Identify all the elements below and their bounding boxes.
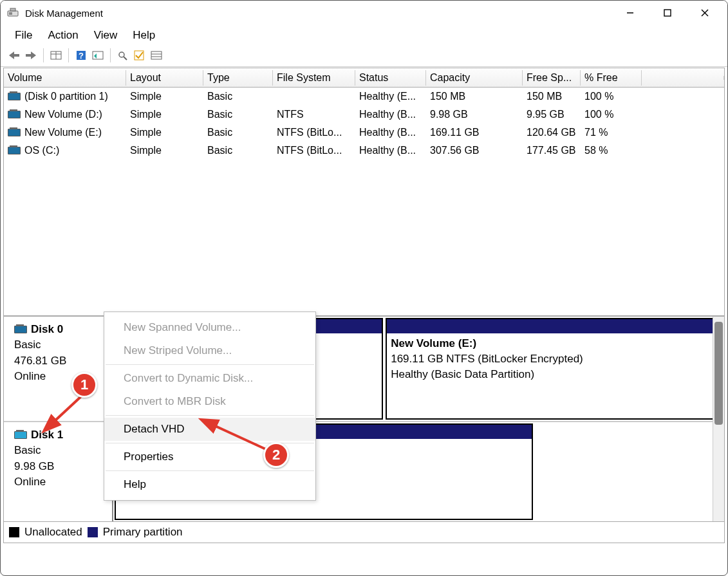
close-button[interactable] <box>686 1 723 25</box>
drive-icon <box>8 129 21 136</box>
menubar: File Action View Help <box>1 25 727 47</box>
disk1-type: Basic <box>14 443 107 459</box>
ctx-new-spanned: New Spanned Volume... <box>104 316 315 339</box>
drive-icon <box>8 111 21 118</box>
svg-line-19 <box>124 57 127 60</box>
legend: Unallocated Primary partition <box>3 522 725 543</box>
vol-layout: Simple <box>126 89 203 104</box>
vol-name: New Volume (E:) <box>24 127 102 138</box>
col-status[interactable]: Status <box>355 70 426 86</box>
scroll-thumb[interactable] <box>714 322 723 425</box>
col-capacity[interactable]: Capacity <box>426 70 523 86</box>
menu-file[interactable]: File <box>8 28 39 43</box>
vol-status: Healthy (B... <box>355 125 426 140</box>
legend-unallocated: Unallocated <box>24 526 82 539</box>
ctx-convert-dynamic: Convert to Dynamic Disk... <box>104 367 315 390</box>
volume-row[interactable]: OS (C:)SimpleBasicNTFS (BitLo...Healthy … <box>4 142 724 160</box>
col-filesystem[interactable]: File System <box>273 70 355 86</box>
disk0-part2-title: New Volume (E:) <box>391 336 718 351</box>
back-icon[interactable] <box>7 48 21 62</box>
disk0-header[interactable]: Disk 0 Basic 476.81 GB Online <box>4 317 113 421</box>
ctx-help[interactable]: Help <box>104 473 315 496</box>
table-icon[interactable] <box>49 48 63 62</box>
disk0-part2-health: Healthy (Basic Data Partition) <box>391 367 718 382</box>
vol-pct: 100 % <box>581 89 642 104</box>
check-icon[interactable] <box>133 48 147 62</box>
toolbar: ? <box>1 47 727 67</box>
disk1-size: 9.98 GB <box>14 459 107 475</box>
col-freespace[interactable]: Free Sp... <box>523 70 581 86</box>
vol-free: 120.64 GB <box>523 125 581 140</box>
disk1-header[interactable]: Disk 1 Basic 9.98 GB Online <box>4 422 113 521</box>
svg-marker-7 <box>9 51 14 59</box>
context-menu: New Spanned Volume... New Striped Volume… <box>104 311 316 501</box>
svg-rect-2 <box>10 8 15 11</box>
volume-table-header: Volume Layout Type File System Status Ca… <box>4 68 724 88</box>
window-title: Disk Management <box>25 8 103 19</box>
disk0-partition-2[interactable]: New Volume (E:) 169.11 GB NTFS (BitLocke… <box>386 318 723 420</box>
refresh-view-icon[interactable] <box>91 48 105 62</box>
disk0-type: Basic <box>14 337 107 353</box>
vol-name: OS (C:) <box>24 145 59 156</box>
list-icon[interactable] <box>149 48 163 62</box>
vol-capacity: 150 MB <box>426 89 523 104</box>
vol-status: Healthy (B... <box>355 144 426 158</box>
scan-icon[interactable] <box>116 48 130 62</box>
drive-icon <box>8 93 21 100</box>
vol-free: 9.95 GB <box>523 107 581 122</box>
vol-pct: 71 % <box>581 125 642 140</box>
vol-free: 150 MB <box>523 89 581 104</box>
svg-rect-10 <box>26 54 32 57</box>
vol-name: (Disk 0 partition 1) <box>24 91 108 102</box>
menu-view[interactable]: View <box>88 28 124 43</box>
help-icon[interactable]: ? <box>74 48 88 62</box>
vol-name: New Volume (D:) <box>24 109 102 120</box>
svg-rect-8 <box>14 54 19 57</box>
svg-rect-21 <box>151 51 162 59</box>
vol-free: 177.45 GB <box>523 144 581 158</box>
minimize-button[interactable] <box>611 1 649 25</box>
app-icon <box>7 7 19 19</box>
svg-text:?: ? <box>79 51 84 60</box>
drive-icon <box>14 326 27 333</box>
disk1-label: Disk 1 <box>31 429 63 441</box>
svg-rect-4 <box>664 10 671 16</box>
swatch-primary <box>88 527 98 537</box>
volume-row[interactable]: (Disk 0 partition 1)SimpleBasicHealthy (… <box>4 88 724 106</box>
vol-pct: 58 % <box>581 144 642 158</box>
ctx-detach-vhd[interactable]: Detach VHD <box>104 418 315 441</box>
titlebar: Disk Management <box>1 1 727 25</box>
drive-icon <box>8 147 21 154</box>
menu-help[interactable]: Help <box>126 28 162 43</box>
vol-layout: Simple <box>126 107 203 122</box>
col-layout[interactable]: Layout <box>126 70 203 86</box>
menu-action[interactable]: Action <box>41 28 84 43</box>
forward-icon[interactable] <box>24 48 38 62</box>
col-type[interactable]: Type <box>203 70 273 86</box>
svg-rect-16 <box>93 51 103 59</box>
vol-pct: 100 % <box>581 107 642 122</box>
annotation-badge-1: 1 <box>71 372 97 398</box>
vol-fs <box>273 95 355 98</box>
vol-status: Healthy (B... <box>355 107 426 122</box>
annotation-badge-2: 2 <box>263 442 289 468</box>
disk0-part2-meta: 169.11 GB NTFS (BitLocker Encrypted) <box>391 351 718 367</box>
drive-icon <box>14 431 27 439</box>
svg-marker-17 <box>94 53 97 59</box>
maximize-button[interactable] <box>649 1 686 25</box>
svg-marker-9 <box>31 51 36 59</box>
vol-capacity: 307.56 GB <box>426 144 523 158</box>
volume-row[interactable]: New Volume (D:)SimpleBasicNTFSHealthy (B… <box>4 106 724 124</box>
legend-primary: Primary partition <box>103 526 183 539</box>
col-volume[interactable]: Volume <box>4 70 126 86</box>
vol-fs: NTFS (BitLo... <box>273 125 355 140</box>
vol-type: Basic <box>203 107 273 122</box>
volume-row[interactable]: New Volume (E:)SimpleBasicNTFS (BitLo...… <box>4 124 724 142</box>
col-pctfree[interactable]: % Free <box>581 70 642 86</box>
scroll-track[interactable] <box>713 317 724 521</box>
vol-layout: Simple <box>126 144 203 158</box>
vol-capacity: 9.98 GB <box>426 107 523 122</box>
ctx-new-striped: New Striped Volume... <box>104 339 315 362</box>
disk0-size: 476.81 GB <box>14 353 107 369</box>
svg-point-18 <box>119 52 124 57</box>
